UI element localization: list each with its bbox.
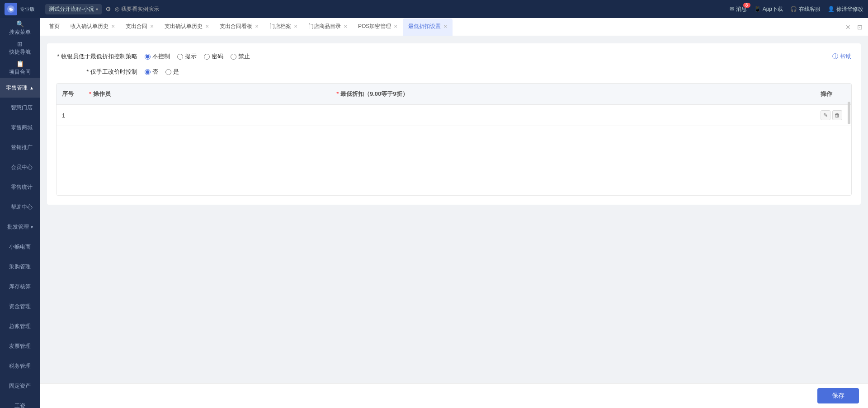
tab-pay-contract-board-label: 支出合同看板 — [220, 23, 252, 30]
retail-arrow-icon: ▲ — [29, 85, 34, 90]
tab-store-file-label: 门店档案 — [269, 23, 291, 30]
control-strategy-radio-group: 不控制 提示 密码 禁 — [145, 52, 250, 61]
tab-store-file[interactable]: 门店档案 ✕ — [264, 19, 303, 36]
user-menu[interactable]: 👤 徐泽华修改 — [828, 5, 863, 13]
main-layout: 🔍 搜索菜单 ⊞ 快捷导航 📋 项目合同 零售管理 ▲ 智慧门店 零售商城 营销… — [0, 18, 868, 408]
delete-row-button[interactable]: 🗑 — [832, 110, 842, 120]
tab-pay-contract-close[interactable]: ✕ — [150, 24, 154, 29]
radio-no-control-input[interactable] — [145, 54, 151, 60]
demo-text: 我要看实例演示 — [121, 5, 159, 13]
sidebar-item-retail-stat[interactable]: 零售统计 — [0, 177, 40, 197]
logo-area: 畅 专业版 — [5, 3, 41, 15]
sidebar-item-asset[interactable]: 固定资产 — [0, 376, 40, 396]
close-tab-icon[interactable]: ✕ — [844, 23, 853, 31]
sidebar-label-salary: 工资 — [14, 402, 25, 408]
tab-income-confirm[interactable]: 收入确认单历史 ✕ — [65, 19, 120, 36]
topbar: 畅 专业版 测试分开流程-小况 ▾ ⚙ ◎ 我要看实例演示 ✉ 消息 8 📱 A… — [0, 0, 868, 18]
radio-forbid-input[interactable] — [231, 54, 236, 60]
settings-card: * 收银员低于最低折扣控制策略 不控制 提示 — [47, 43, 861, 205]
sidebar-item-ecommerce[interactable]: 小畅电商 — [0, 237, 40, 257]
table-row: 1 ✎ 🗑 — [57, 105, 851, 126]
tab-pos-lock[interactable]: POS加密管理 ✕ — [353, 19, 403, 36]
tab-store-catalog-label: 门店商品目录 — [308, 23, 341, 30]
manual-price-row: * 仅手工改价时控制 否 是 — [56, 68, 852, 76]
tab-store-catalog-close[interactable]: ✕ — [344, 24, 347, 29]
radio-forbid[interactable]: 禁止 — [231, 52, 250, 61]
tab-min-discount-close[interactable]: ✕ — [443, 24, 447, 29]
radio-remind[interactable]: 提示 — [177, 52, 197, 61]
radio-yes[interactable]: 是 — [165, 68, 179, 76]
message-button[interactable]: ✉ 消息 8 — [730, 5, 747, 13]
project-selector[interactable]: 测试分开流程-小况 ▾ — [45, 4, 102, 14]
tabbar-actions: ✕ ⊡ — [844, 23, 864, 31]
sidebar-item-salary[interactable]: 工资 — [0, 396, 40, 408]
sidebar-label-tax: 税务管理 — [9, 362, 31, 370]
app-download-button[interactable]: 📱 App下载 — [754, 5, 783, 13]
tab-income-confirm-close[interactable]: ✕ — [111, 24, 115, 29]
demo-button[interactable]: ◎ 我要看实例演示 — [115, 5, 159, 13]
sidebar-label-search: 搜索菜单 — [9, 28, 31, 36]
sidebar-item-retail-mall[interactable]: 零售商城 — [0, 117, 40, 137]
sidebar-item-member[interactable]: 会员中心 — [0, 157, 40, 177]
service-icon: 🎧 — [790, 6, 797, 12]
tab-store-catalog[interactable]: 门店商品目录 ✕ — [303, 19, 353, 36]
tab-pay-contract[interactable]: 支出合同 ✕ — [120, 19, 159, 36]
sidebar-label-marketing: 营销推广 — [11, 144, 33, 151]
radio-password[interactable]: 密码 — [204, 52, 223, 61]
radio-remind-input[interactable] — [177, 54, 183, 60]
tab-pay-confirm[interactable]: 支出确认单历史 ✕ — [159, 19, 214, 36]
help-circle-icon: ⓘ — [832, 52, 838, 61]
more-tabs-icon[interactable]: ⊡ — [855, 23, 864, 31]
online-service-button[interactable]: 🎧 在线客服 — [790, 5, 821, 13]
sidebar-item-nav[interactable]: ⊞ 快捷导航 — [0, 38, 40, 58]
tab-home[interactable]: 首页 — [43, 19, 65, 36]
sidebar-item-smart-store[interactable]: 智慧门店 — [0, 98, 40, 117]
discount-table: 序号 操作员 最低折扣（9.00等于9折） 操作 — [56, 83, 852, 196]
sidebar-item-help[interactable]: 帮助中心 — [0, 197, 40, 217]
manual-price-radio-group: 否 是 — [145, 68, 179, 76]
edit-row-button[interactable]: ✎ — [821, 110, 830, 120]
sidebar-item-wholesale[interactable]: 批发管理 ▾ — [0, 217, 40, 237]
settings-icon[interactable]: ⚙ — [105, 5, 111, 13]
radio-yes-input[interactable] — [165, 69, 171, 75]
tab-home-label: 首页 — [49, 23, 60, 30]
sidebar-item-project[interactable]: 📋 项目合同 — [0, 58, 40, 78]
table-body: 1 ✎ 🗑 — [57, 105, 851, 195]
sidebar-item-ledger[interactable]: 总账管理 — [0, 316, 40, 336]
save-button[interactable]: 保存 — [817, 388, 859, 403]
tab-min-discount-label: 最低折扣设置 — [408, 23, 441, 30]
sidebar-item-inventory[interactable]: 库存核算 — [0, 277, 40, 296]
sidebar-item-finance[interactable]: 资金管理 — [0, 296, 40, 316]
topbar-right: ✉ 消息 8 📱 App下载 🎧 在线客服 👤 徐泽华修改 — [730, 5, 863, 13]
radio-password-input[interactable] — [204, 54, 210, 60]
sidebar-label-ledger: 总账管理 — [9, 323, 31, 330]
sidebar-label-project: 项目合同 — [9, 68, 31, 76]
sidebar-item-invoice[interactable]: 发票管理 — [0, 336, 40, 356]
td-discount — [331, 113, 815, 118]
tab-pay-confirm-close[interactable]: ✕ — [205, 24, 209, 29]
td-seq: 1 — [57, 109, 84, 122]
tab-pay-contract-board[interactable]: 支出合同看板 ✕ — [214, 19, 264, 36]
sidebar-item-retail[interactable]: 零售管理 ▲ — [0, 78, 40, 98]
sidebar-item-marketing[interactable]: 营销推广 — [0, 137, 40, 157]
radio-no-input[interactable] — [145, 69, 151, 75]
tab-pay-contract-board-close[interactable]: ✕ — [255, 24, 259, 29]
tab-pay-confirm-label: 支出确认单历史 — [165, 23, 203, 30]
radio-remind-label: 提示 — [185, 52, 197, 61]
sidebar-item-search[interactable]: 🔍 搜索菜单 — [0, 18, 40, 38]
tab-min-discount[interactable]: 最低折扣设置 ✕ — [403, 19, 453, 36]
td-action: ✎ 🗑 — [815, 108, 851, 123]
th-seq: 序号 — [57, 87, 84, 101]
radio-yes-label: 是 — [173, 68, 179, 76]
tab-store-file-close[interactable]: ✕ — [294, 24, 297, 29]
help-link[interactable]: ⓘ 帮助 — [832, 52, 852, 61]
sidebar-item-purchase[interactable]: 采购管理 — [0, 257, 40, 277]
tab-pos-lock-close[interactable]: ✕ — [394, 24, 397, 29]
sidebar-label-retail-stat: 零售统计 — [11, 183, 33, 191]
app-icon: 📱 — [754, 6, 761, 12]
topbar-center: 测试分开流程-小况 ▾ ⚙ ◎ 我要看实例演示 — [45, 4, 725, 14]
radio-no[interactable]: 否 — [145, 68, 158, 76]
message-icon: ✉ — [730, 6, 734, 12]
radio-no-control[interactable]: 不控制 — [145, 52, 170, 61]
sidebar-item-tax[interactable]: 税务管理 — [0, 356, 40, 376]
